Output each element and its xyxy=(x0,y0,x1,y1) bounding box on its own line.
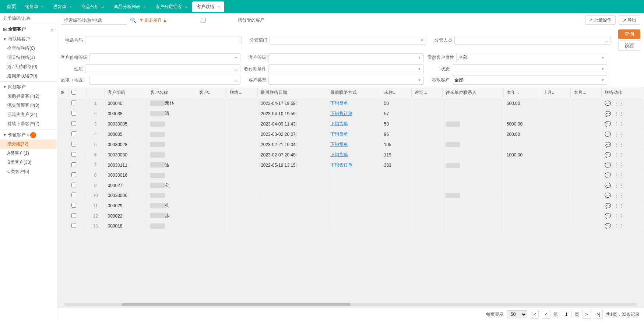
row-last-method[interactable] xyxy=(327,191,381,201)
chat-icon[interactable]: 💬 xyxy=(605,213,611,219)
th-last-month[interactable]: 上月... xyxy=(540,87,571,98)
row-last-method[interactable]: 下销货单 xyxy=(327,150,381,160)
sidebar-item-ungroup[interactable]: 未分组(32) xyxy=(0,140,57,149)
more-icon[interactable]: ⋮⋮ xyxy=(614,111,624,117)
scrollbar-thumb[interactable] xyxy=(122,303,351,306)
chat-icon[interactable]: 💬 xyxy=(605,100,611,106)
th-this-year[interactable]: 本年... xyxy=(503,87,540,98)
more-icon[interactable]: ⋮⋮ xyxy=(614,142,624,148)
contact-method-link[interactable]: 下销货单 xyxy=(330,121,348,126)
filter-price-select[interactable]: ▼ xyxy=(89,53,240,62)
prev-page-button[interactable]: < xyxy=(542,310,550,319)
chat-icon[interactable]: 💬 xyxy=(605,223,611,229)
filter-search-icon[interactable]: 🔍 xyxy=(130,17,136,23)
th-settings[interactable]: ⚙ xyxy=(57,87,68,98)
select-all-checkbox[interactable] xyxy=(71,90,76,95)
th-customer-name[interactable]: 客户名称 xyxy=(147,87,196,98)
row-last-method[interactable] xyxy=(327,170,381,180)
sidebar-item-abnormal[interactable]: 囤购异常客户(2) xyxy=(0,92,57,101)
filter-status-select[interactable]: ▼ xyxy=(452,64,607,73)
row-checkbox[interactable] xyxy=(68,109,86,119)
row-check[interactable] xyxy=(71,162,76,167)
more-conditions-button[interactable]: ▼ 更多条件 ▲ xyxy=(139,17,167,23)
filter-sparse-select[interactable]: 全部 ▼ xyxy=(452,75,607,85)
tab-sales-order[interactable]: 销售单 × xyxy=(21,1,48,12)
th-uncontacted[interactable]: 未联... xyxy=(381,87,412,98)
th-contact[interactable]: 联络... xyxy=(227,87,258,98)
next-page-button[interactable]: > xyxy=(582,310,591,319)
row-check[interactable] xyxy=(71,183,76,187)
sidebar-item-class-b[interactable]: B类客户(33) xyxy=(0,158,57,167)
sidebar-search-input[interactable] xyxy=(3,16,57,21)
close-icon[interactable]: × xyxy=(185,4,187,9)
tab-customer-segment[interactable]: 客户分层经客 × xyxy=(151,1,191,12)
th-checkbox[interactable] xyxy=(68,87,86,98)
row-checkbox[interactable] xyxy=(68,201,86,211)
row-check[interactable] xyxy=(71,121,76,126)
row-checkbox[interactable] xyxy=(68,98,86,109)
more-icon[interactable]: ⋮⋮ xyxy=(614,223,624,229)
more-icon[interactable]: ⋮⋮ xyxy=(614,162,624,168)
row-check[interactable] xyxy=(71,223,76,228)
close-icon[interactable]: × xyxy=(69,4,71,9)
row-check[interactable] xyxy=(71,111,76,116)
page-number-input[interactable] xyxy=(561,311,572,318)
more-icon[interactable]: ⋮⋮ xyxy=(614,203,624,209)
th-last-contact-date[interactable]: 最后联络日期 xyxy=(258,87,327,98)
contact-method-link[interactable]: 下销货单 xyxy=(330,152,348,157)
filter-region-select[interactable]: ... xyxy=(89,76,240,85)
sidebar-item-churn-warning[interactable]: 流失预警客户(3) xyxy=(0,101,57,110)
tab-product-list[interactable]: 商品分析列表 × xyxy=(109,1,150,12)
sidebar-item-declining[interactable]: 持续下滑客户(2) xyxy=(0,119,57,128)
close-icon[interactable]: × xyxy=(217,4,219,9)
dots-icon[interactable]: ... xyxy=(234,66,238,71)
row-last-method[interactable] xyxy=(327,201,381,211)
first-page-button[interactable]: |< xyxy=(530,310,539,319)
row-check[interactable] xyxy=(71,100,76,105)
last-page-button[interactable]: >| xyxy=(594,310,603,319)
horizontal-scrollbar[interactable] xyxy=(64,303,637,306)
row-last-method[interactable]: 下销售订单 xyxy=(327,109,381,119)
contact-method-link[interactable]: 下销售订单 xyxy=(330,111,352,116)
tab-product-analysis[interactable]: 商品分析 × xyxy=(77,1,109,12)
row-last-method[interactable]: 下销货单 xyxy=(327,140,381,150)
close-icon[interactable]: × xyxy=(41,4,43,9)
th-customer-code[interactable]: 客户编码 xyxy=(105,87,147,98)
dots-icon[interactable]: ... xyxy=(234,78,238,83)
filter-manager-select[interactable]: ... xyxy=(454,36,611,45)
sidebar-item-today-pending[interactable]: 今天待联络(0) xyxy=(0,44,57,53)
sidebar-item-churned[interactable]: 已流失客户(24) xyxy=(0,110,57,119)
filter-attr-select[interactable]: 全部 ▼ xyxy=(456,53,607,62)
filter-nature-select[interactable]: ... xyxy=(85,64,240,73)
contact-method-link[interactable]: 下销货单 xyxy=(330,142,348,147)
row-checkbox[interactable] xyxy=(68,129,86,140)
row-checkbox[interactable] xyxy=(68,150,86,160)
my-customers-checkbox[interactable]: 我分管的客户 xyxy=(170,17,264,23)
chat-icon[interactable]: 💬 xyxy=(605,121,611,127)
reset-button[interactable]: 设置 xyxy=(618,40,640,51)
more-icon[interactable]: ⋮⋮ xyxy=(614,152,624,158)
chat-icon[interactable]: 💬 xyxy=(605,111,611,117)
row-checkbox[interactable] xyxy=(68,170,86,180)
chat-icon[interactable]: 💬 xyxy=(605,152,611,158)
more-icon[interactable]: ⋮⋮ xyxy=(614,121,624,127)
row-checkbox[interactable] xyxy=(68,180,86,191)
sidebar-item-class-c[interactable]: C类客户(6) xyxy=(0,167,57,176)
close-icon[interactable]: × xyxy=(102,4,104,9)
row-check[interactable] xyxy=(71,142,76,147)
row-checkbox[interactable] xyxy=(68,140,86,150)
row-last-method[interactable] xyxy=(327,180,381,191)
sidebar-group-value[interactable]: ▼ 价值客户 ↻ ! xyxy=(0,130,57,140)
collapse-icon[interactable]: « xyxy=(51,27,54,32)
tab-customer-contact[interactable]: 客户联络 × xyxy=(192,1,224,12)
chat-icon[interactable]: 💬 xyxy=(605,131,611,137)
tab-purchase-order[interactable]: 进货单 × xyxy=(49,1,76,12)
sidebar-group-pending[interactable]: ▼ 待联络客户 xyxy=(0,35,57,44)
more-icon[interactable]: ⋮⋮ xyxy=(614,193,624,198)
row-check[interactable] xyxy=(71,152,76,157)
my-customers-check[interactable] xyxy=(170,18,236,22)
row-last-method[interactable]: 下销货单 xyxy=(327,98,381,109)
row-check[interactable] xyxy=(71,193,76,197)
chat-icon[interactable]: 💬 xyxy=(605,172,611,178)
row-check[interactable] xyxy=(71,172,76,177)
